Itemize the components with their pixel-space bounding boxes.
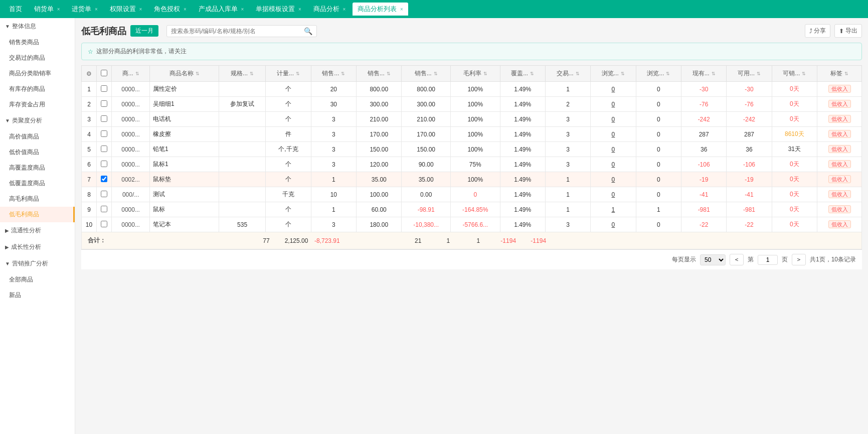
- sidebar-group-circulation[interactable]: ▶ 流通性分析: [0, 222, 75, 239]
- col-code[interactable]: 商...⇅: [112, 66, 150, 82]
- cell-browse1[interactable]: 0: [591, 127, 636, 142]
- browse1-link[interactable]: 0: [612, 146, 615, 153]
- sidebar-item-traded-products[interactable]: 交易过的商品: [0, 50, 75, 66]
- nav-warehouse[interactable]: 产成品入库单 ×: [194, 3, 249, 16]
- search-input[interactable]: [171, 28, 304, 35]
- cell-browse1[interactable]: 0: [591, 82, 636, 97]
- browse1-link[interactable]: 0: [612, 101, 615, 108]
- cell-browse1[interactable]: 1: [591, 202, 636, 217]
- sidebar-item-sales-products[interactable]: 销售类商品: [0, 35, 75, 50]
- browse1-link[interactable]: 0: [612, 116, 615, 123]
- cell-browse1[interactable]: 0: [591, 217, 636, 232]
- cell-checkbox[interactable]: [97, 97, 112, 112]
- page-number-input[interactable]: [758, 255, 778, 265]
- nav-close-sales[interactable]: ×: [57, 7, 60, 12]
- nav-close-product-analysis-list[interactable]: ×: [400, 7, 403, 12]
- cell-checkbox[interactable]: [97, 142, 112, 157]
- sidebar-item-low-coverage[interactable]: 低覆盖度商品: [0, 176, 75, 191]
- nav-role[interactable]: 角色授权 ×: [149, 3, 191, 16]
- row-checkbox[interactable]: [101, 176, 107, 182]
- settings-icon[interactable]: ⚙: [86, 70, 92, 77]
- search-icon[interactable]: 🔍: [304, 27, 312, 35]
- browse1-link[interactable]: 0: [612, 221, 615, 228]
- nav-permission[interactable]: 权限设置 ×: [105, 3, 147, 16]
- filter-recent-month-button[interactable]: 近一月: [130, 25, 158, 37]
- sidebar-item-new-products[interactable]: 新品: [0, 287, 75, 303]
- nav-product-analysis[interactable]: 商品分析 ×: [308, 3, 351, 16]
- row-checkbox[interactable]: [101, 146, 107, 152]
- cell-checkbox[interactable]: [97, 127, 112, 142]
- sidebar-item-category-rate[interactable]: 商品分类助销率: [0, 66, 75, 81]
- col-sales-qty[interactable]: 销售...⇅: [311, 66, 356, 82]
- col-saleable[interactable]: 可销...⇅: [772, 66, 817, 82]
- cell-browse1[interactable]: 0: [591, 97, 636, 112]
- nav-close-permission[interactable]: ×: [139, 7, 142, 12]
- cell-checkbox[interactable]: [97, 172, 112, 187]
- sidebar-item-high-profit[interactable]: 高毛利商品: [0, 191, 75, 207]
- row-checkbox[interactable]: [101, 130, 107, 137]
- col-tag[interactable]: 标签⇅: [817, 66, 862, 82]
- sidebar-group-growth[interactable]: ▶ 成长性分析: [0, 239, 75, 255]
- nav-close-warehouse[interactable]: ×: [241, 7, 244, 12]
- nav-sales[interactable]: 销货单 ×: [29, 3, 65, 16]
- sidebar-group-marketing[interactable]: ▼ 营销推广分析: [0, 255, 75, 272]
- sidebar-item-high-coverage[interactable]: 高覆盖度商品: [0, 160, 75, 176]
- col-coverage[interactable]: 覆盖...⇅: [500, 66, 545, 82]
- nav-close-template[interactable]: ×: [298, 7, 301, 12]
- browse1-link[interactable]: 0: [612, 131, 615, 138]
- col-gross-margin[interactable]: 毛利率⇅: [450, 66, 500, 82]
- nav-close-product-analysis[interactable]: ×: [342, 7, 345, 12]
- col-transaction[interactable]: 交易...⇅: [545, 66, 590, 82]
- sidebar-group-cluster[interactable]: ▼ 类聚度分析: [0, 112, 75, 129]
- sidebar-item-low-value[interactable]: 低价值商品: [0, 144, 75, 160]
- col-sales-profit[interactable]: 销售...⇅: [402, 66, 451, 82]
- row-checkbox[interactable]: [101, 85, 107, 92]
- cell-browse1[interactable]: 0: [591, 172, 636, 187]
- cell-checkbox[interactable]: [97, 217, 112, 232]
- select-all-checkbox[interactable]: [101, 70, 107, 76]
- cell-browse1[interactable]: 0: [591, 112, 636, 127]
- col-current-stock[interactable]: 现有...⇅: [681, 66, 726, 82]
- row-checkbox[interactable]: [101, 161, 107, 167]
- row-checkbox[interactable]: [101, 115, 107, 122]
- col-unit[interactable]: 计量...⇅: [266, 66, 311, 82]
- nav-purchase[interactable]: 进货单 ×: [67, 3, 102, 16]
- nav-close-purchase[interactable]: ×: [95, 7, 98, 12]
- next-page-button[interactable]: ＞: [792, 254, 806, 265]
- col-checkbox-all[interactable]: [97, 66, 112, 82]
- sidebar-item-capital[interactable]: 库存资金占用: [0, 97, 75, 112]
- cell-checkbox[interactable]: [97, 112, 112, 127]
- sidebar-item-low-profit[interactable]: 低毛利商品: [0, 207, 75, 222]
- share-button[interactable]: ⤴ 分享: [805, 24, 830, 38]
- per-page-select[interactable]: 50 100 200: [700, 254, 726, 265]
- row-checkbox[interactable]: [101, 100, 107, 107]
- browse1-link[interactable]: 0: [612, 161, 615, 168]
- browse1-link[interactable]: 1: [612, 206, 615, 213]
- cell-checkbox[interactable]: [97, 157, 112, 172]
- col-spec[interactable]: 规格...⇅: [219, 66, 265, 82]
- export-button[interactable]: ⬆ 导出: [834, 24, 862, 38]
- nav-home[interactable]: 首页: [4, 3, 27, 16]
- sidebar-item-stock-products[interactable]: 有库存的商品: [0, 81, 75, 97]
- browse1-link[interactable]: 0: [612, 191, 615, 198]
- prev-page-button[interactable]: ＜: [730, 254, 744, 265]
- sidebar-group-overall[interactable]: ▼ 整体信息: [0, 18, 75, 35]
- col-browse1[interactable]: 浏览...⇅: [591, 66, 636, 82]
- browse1-link[interactable]: 0: [612, 176, 615, 183]
- cell-checkbox[interactable]: [97, 187, 112, 202]
- cell-browse1[interactable]: 0: [591, 187, 636, 202]
- browse1-link[interactable]: 0: [612, 86, 615, 93]
- sidebar-item-high-value[interactable]: 高价值商品: [0, 129, 75, 144]
- cell-checkbox[interactable]: [97, 202, 112, 217]
- nav-close-role[interactable]: ×: [184, 7, 187, 12]
- col-browse2[interactable]: 浏览...⇅: [636, 66, 681, 82]
- cell-browse1[interactable]: 0: [591, 142, 636, 157]
- nav-product-analysis-list[interactable]: 商品分析列表 ×: [353, 3, 408, 16]
- col-sales-price[interactable]: 销售...⇅: [357, 66, 402, 82]
- cell-browse1[interactable]: 0: [591, 157, 636, 172]
- col-settings[interactable]: ⚙: [82, 66, 97, 82]
- row-checkbox[interactable]: [101, 221, 107, 227]
- row-checkbox[interactable]: [101, 206, 107, 212]
- cell-checkbox[interactable]: [97, 82, 112, 97]
- nav-template[interactable]: 单据模板设置 ×: [251, 3, 306, 16]
